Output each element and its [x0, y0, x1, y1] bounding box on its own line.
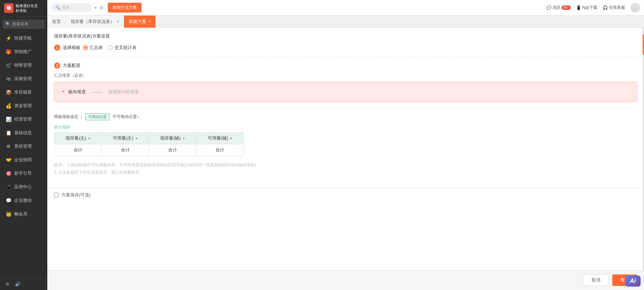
stats-title: 统计指标 [54, 124, 637, 130]
topbar-right: 💬 消息 99+ 📱 App下载 🎧 在线客服 [546, 3, 640, 13]
sidebar-item-system[interactable]: ⚙ 系统管理 [0, 140, 47, 153]
system-icon: ⚙ [5, 144, 11, 149]
sidebar-item-app-center[interactable]: 📱 应用中心 [0, 180, 47, 194]
sidebar-item-finance[interactable]: 💰 资金管理 [0, 99, 47, 113]
trial-button[interactable]: 体验行业方案 [108, 3, 142, 13]
topbar-gear-icon[interactable]: ⚙ [99, 5, 104, 10]
radio-summary[interactable]: 汇总表 [83, 45, 103, 51]
audio-icon[interactable]: 🔊 [15, 282, 20, 287]
dimension-placeholder[interactable]: 请选择分组维度 [108, 89, 139, 95]
content-area: 现存量(库存状况表)方案设置 1 选择模板 汇总表 交叉统计表 [47, 28, 644, 270]
stats-table-header: 现存量(主) ▾ 可用量(主) ▾ 现存量(辅) ▾ 可用量(辅) [54, 132, 244, 144]
topbar-chevron-icon[interactable]: ▾ [95, 5, 97, 10]
sidebar-item-label: 畅会员 [14, 211, 27, 217]
col3-chevron-icon[interactable]: ▾ [230, 136, 232, 141]
save-checkbox[interactable] [54, 193, 59, 197]
stats-col-0[interactable]: 现存量(主) ▾ [54, 132, 102, 144]
sidebar-search[interactable]: 🔍 搜索菜单 [3, 20, 45, 29]
section1-title: 选择模板 [63, 45, 80, 51]
sidebar-item-marketing[interactable]: 🎁 营销推广 [0, 45, 47, 58]
sidebar-item-label: 快捷导航 [14, 35, 32, 41]
sidebar-item-label: 企业微信 [14, 197, 32, 203]
sales-icon: 🛒 [5, 63, 11, 68]
stats-col-3[interactable]: 可用量(辅) ▾ [196, 132, 244, 144]
app-download-button[interactable]: 📱 App下载 [576, 5, 597, 10]
stats-table: 现存量(主) ▾ 可用量(主) ▾ 现存量(辅) ▾ 可用量(辅) [54, 132, 244, 156]
stats-col-0-label: 现存量(主) [66, 135, 86, 141]
sidebar-item-purchase[interactable]: 🛍 采购管理 [0, 72, 47, 86]
purchase-icon: 🛍 [5, 76, 11, 81]
scroll-indicator [643, 28, 644, 270]
section-config: 2 方案配置 汇总维度（必选） * 纵向维度 —— 请选择分组维度 [54, 63, 637, 176]
sidebar-item-weixin[interactable]: 💬 企业微信 [0, 194, 47, 207]
sidebar-item-label: 应用中心 [14, 184, 32, 190]
ai-badge[interactable]: Ai [625, 275, 641, 287]
sidebar-nav: ⚡ 快捷导航 🎁 营销推广 🛒 销售管理 🛍 采购管理 📦 库存核算 💰 资金管… [0, 31, 47, 278]
col2-chevron-icon[interactable]: ▾ [183, 136, 185, 141]
newbie-icon: 🎯 [5, 171, 11, 176]
online-service-label: 在线客服 [609, 5, 625, 10]
online-service-button[interactable]: 🎧 在线客服 [603, 5, 625, 10]
sidebar-item-sales[interactable]: 🛒 销售管理 [0, 58, 47, 72]
search-icon: 🔍 [5, 22, 10, 26]
sidebar-item-newbie[interactable]: 🎯 新手引导 [0, 167, 47, 180]
tab-home-label: 首页 [52, 19, 61, 25]
sidebar-item-enterprise[interactable]: 🤝 企业协同 [0, 153, 47, 167]
marketing-icon: 🎁 [5, 49, 11, 54]
stats-col-1[interactable]: 可用量(主) ▾ [102, 132, 149, 144]
col1-chevron-icon[interactable]: ▾ [135, 136, 138, 141]
messages-label: 消息 [552, 5, 561, 10]
operation-icon: 📊 [5, 117, 11, 122]
tab-new-scheme-close-icon[interactable]: × [148, 19, 151, 24]
tab-home[interactable]: 首页 [47, 16, 66, 28]
tab-inventory-close-icon[interactable]: × [117, 19, 119, 24]
section2-header: 2 方案配置 [54, 63, 637, 69]
tab-inventory-label: 现存量（库存状况表） [71, 19, 115, 25]
sidebar-item-label: 企业协同 [14, 157, 32, 163]
tips-area: 提示： 1.拖动标题栏可以调整布局，不可跨维度或指标区域拖动拦目字段(只能在同一… [54, 162, 637, 176]
sidebar-item-member[interactable]: 👑 畅会员 [0, 207, 47, 221]
messages-button[interactable]: 💬 消息 99+ [546, 5, 571, 10]
sidebar-item-operation[interactable]: 📊 经营管理 [0, 113, 47, 126]
message-icon: 💬 [546, 5, 551, 10]
radio-crosstab[interactable]: 交叉统计表 [108, 45, 137, 51]
step1-badge: 1 [54, 45, 60, 51]
stats-cell-1: 合计 [102, 144, 149, 156]
tab-new-scheme[interactable]: 新建方案 × [124, 16, 156, 28]
main-area: 🔍 搜索 ▾ ⚙ 体验行业方案 💬 消息 99+ 📱 App下载 🎧 在线客服 [47, 0, 644, 290]
dimension-line: —— [90, 90, 104, 95]
tab-new-scheme-label: 新建方案 [129, 19, 146, 25]
quick-nav-icon: ⚡ [5, 35, 11, 41]
stats-cell-3: 合计 [196, 144, 244, 156]
page-title: 现存量(库存状况表)方案设置 [54, 33, 637, 39]
sidebar-item-label: 采购管理 [14, 76, 32, 82]
footer: 取消 查询 [47, 270, 644, 290]
indicator-settings-label: 模板指标设定（ [54, 114, 82, 120]
topbar-search[interactable]: 🔍 搜索 [51, 3, 92, 12]
sidebar-item-label: 库存核算 [14, 89, 32, 95]
user-avatar[interactable] [630, 3, 640, 13]
basic-icon: 📋 [5, 130, 11, 136]
field-label: 纵向维度 [68, 89, 86, 95]
save-label: 方案保存(可选) [61, 192, 91, 198]
sidebar-item-label: 销售管理 [14, 62, 32, 68]
messages-badge: 99+ [562, 5, 571, 10]
sidebar-item-basic[interactable]: 📋 基础信息 [0, 126, 47, 140]
col0-chevron-icon[interactable]: ▾ [88, 136, 90, 141]
tab-inventory-status[interactable]: 现存量（库存状况表） × [66, 16, 124, 28]
app-center-icon: 📱 [5, 184, 11, 190]
settings-icon[interactable]: ⚙ [5, 282, 9, 287]
stats-col-2[interactable]: 现存量(辅) ▾ [149, 132, 196, 144]
section1-header: 1 选择模板 汇总表 交叉统计表 [54, 45, 637, 51]
radio-crosstab-label: 交叉统计表 [115, 45, 137, 51]
dimension-warn-content: * 纵向维度 —— 请选择分组维度 [63, 89, 629, 95]
section-template: 1 选择模板 汇总表 交叉统计表 [54, 45, 637, 51]
sidebar-item-inventory[interactable]: 📦 库存核算 [0, 86, 47, 99]
tip-2: 2. 点击标题栏下拉可设置排序、插入列和删除列 [54, 169, 637, 176]
search-icon: 🔍 [55, 5, 60, 10]
sidebar-item-label: 系统管理 [14, 143, 32, 149]
sidebar: 畅 畅康通好生意 标准版 🔍 搜索菜单 ⚡ 快捷导航 🎁 营销推广 🛒 销售管理… [0, 0, 47, 290]
summary-dimension-label: 汇总维度（必选） [54, 73, 637, 78]
sidebar-item-quick-nav[interactable]: ⚡ 快捷导航 [0, 31, 47, 45]
cancel-button[interactable]: 取消 [583, 274, 609, 286]
